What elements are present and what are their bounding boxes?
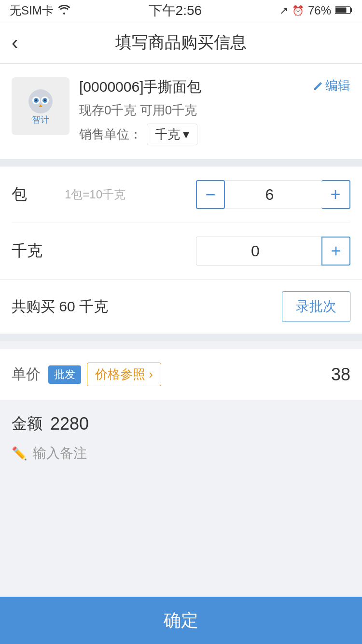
battery-label: 76% xyxy=(308,4,331,17)
back-button[interactable]: ‹ xyxy=(12,33,18,52)
note-placeholder[interactable]: 输入备注 xyxy=(33,444,87,462)
status-right: ↗ ⏰ 76% xyxy=(279,4,352,17)
page-title: 填写商品购买信息 xyxy=(115,31,247,54)
product-thumbnail: 智计 xyxy=(12,77,70,135)
product-card: 智计 [0000006]手撕面包 编辑 现存0千克 可用0千克 销售单位： 千克… xyxy=(0,64,362,159)
package-quantity-input[interactable] xyxy=(225,180,321,209)
price-ref-button[interactable]: 价格参照 › xyxy=(87,363,161,386)
package-hint: 1包=10千克 xyxy=(65,187,196,202)
amount-label: 金额 xyxy=(12,413,42,434)
price-section: 单价 批发 价格参照 › 38 xyxy=(0,349,362,400)
product-name: [0000006]手撕面包 xyxy=(79,77,313,97)
package-label: 包 xyxy=(12,184,60,205)
confirm-button[interactable]: 确定 xyxy=(0,597,362,644)
wifi-icon xyxy=(57,4,71,17)
status-bar: 无SIM卡 下午2:56 ↗ ⏰ 76% xyxy=(0,0,362,21)
product-info: [0000006]手撕面包 编辑 现存0千克 可用0千克 销售单位： 千克 ▾ xyxy=(79,77,350,145)
amount-value: 2280 xyxy=(50,414,89,434)
kg-quantity-input[interactable] xyxy=(196,237,321,266)
batch-button[interactable]: 录批次 xyxy=(282,291,350,322)
carrier-label: 无SIM卡 xyxy=(10,3,54,18)
kg-label: 千克 xyxy=(12,240,60,262)
section-divider-2 xyxy=(0,334,362,341)
svg-rect-1 xyxy=(350,8,352,12)
price-label: 单价 xyxy=(12,364,41,384)
amount-row: 金额 2280 xyxy=(12,413,350,434)
price-value: 38 xyxy=(331,364,350,385)
section-divider xyxy=(0,159,362,167)
status-time: 下午2:56 xyxy=(149,1,202,20)
svg-point-8 xyxy=(35,99,37,101)
package-quantity-control: − + xyxy=(196,180,350,209)
unit-label: 销售单位： xyxy=(79,126,142,143)
kg-plus-button[interactable]: + xyxy=(321,237,350,266)
svg-point-3 xyxy=(28,89,53,113)
unit-select[interactable]: 千克 ▾ xyxy=(147,124,197,145)
product-unit-row: 销售单位： 千克 ▾ xyxy=(79,124,350,145)
total-section: 共购买 60 千克 录批次 xyxy=(0,279,362,334)
package-input-section: 包 1包=10千克 − + 千克 + xyxy=(0,167,362,279)
price-tag: 批发 xyxy=(48,365,81,384)
svg-point-9 xyxy=(44,99,46,101)
package-minus-button[interactable]: − xyxy=(196,180,225,209)
total-text: 共购买 60 千克 xyxy=(12,297,282,317)
kg-quantity-control: + xyxy=(196,237,350,266)
battery-icon xyxy=(335,4,352,17)
product-stock: 现存0千克 可用0千克 xyxy=(79,102,350,119)
status-left: 无SIM卡 xyxy=(10,3,71,18)
kg-row: 千克 + xyxy=(12,223,350,279)
amount-section: 金额 2280 ✏️ 输入备注 xyxy=(0,400,362,472)
note-row[interactable]: ✏️ 输入备注 xyxy=(12,444,350,462)
alarm-icon: ⏰ xyxy=(292,5,304,16)
edit-button[interactable]: 编辑 xyxy=(313,77,350,94)
svg-rect-2 xyxy=(336,7,347,13)
package-row: 包 1包=10千克 − + xyxy=(12,167,350,223)
pencil-icon: ✏️ xyxy=(12,446,27,461)
nav-bar: ‹ 填写商品购买信息 xyxy=(0,21,362,64)
package-plus-button[interactable]: + xyxy=(321,180,350,209)
location-icon: ↗ xyxy=(279,4,288,17)
chevron-down-icon: ▾ xyxy=(183,127,189,142)
